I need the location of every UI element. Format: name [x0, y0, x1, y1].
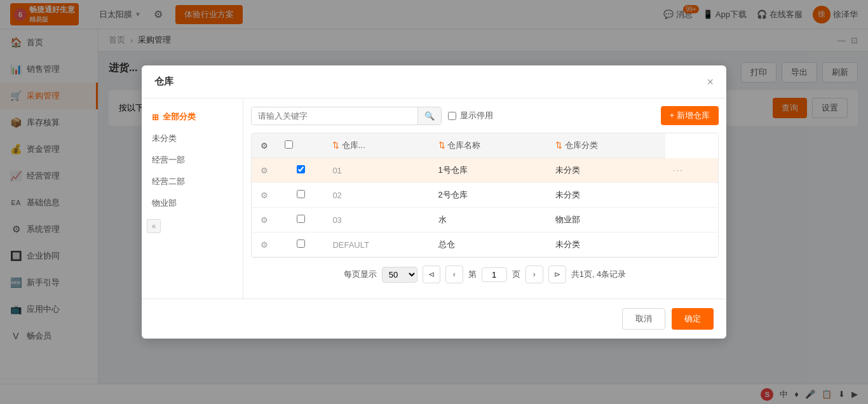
page-next-button[interactable]: › — [526, 266, 543, 283]
sort-icon2: ⇅ — [438, 140, 445, 150]
table-row[interactable]: ⚙ 01 1号仓库 未分类 ··· — [252, 158, 718, 183]
cancel-button[interactable]: 取消 — [622, 308, 665, 330]
row-gear-icon[interactable]: ⚙ — [261, 191, 268, 200]
add-warehouse-button[interactable]: + 新增仓库 — [661, 106, 719, 125]
row-settings-cell: ⚙ — [252, 183, 277, 208]
modal-main-content: 🔍 显示停用 + 新增仓库 ⚙ — [243, 98, 726, 299]
page-prev-button[interactable]: ‹ — [445, 266, 463, 283]
row-checkbox[interactable] — [297, 215, 305, 223]
row-category: 物业部 — [548, 208, 665, 232]
row-checkbox[interactable] — [297, 165, 305, 173]
row-checkbox-cell — [277, 183, 325, 208]
collapse-sidebar-button[interactable]: « — [147, 219, 161, 233]
warehouse-modal: 仓库 × ⊞ 全部分类 未分类 经营一部 经营二部 — [142, 65, 726, 339]
per-page-label: 每页显示 — [344, 269, 377, 280]
th-checkbox — [277, 133, 325, 158]
pagination: 每页显示 50 100 ⊲ ‹ 第 页 › ⊳ 共1页, 4条记录 — [251, 258, 719, 291]
page-first-button[interactable]: ⊲ — [423, 266, 440, 283]
category-all[interactable]: ⊞ 全部分类 — [142, 106, 243, 128]
th-name[interactable]: ⇅ 仓库名称 — [431, 133, 548, 158]
show-disabled-label: 显示停用 — [460, 110, 493, 121]
table-header-row: ⚙ ⇅ 仓库... ⇅ — [252, 133, 718, 158]
row-name: 总仓 — [431, 232, 548, 257]
row-category: 未分类 — [548, 158, 665, 183]
category-none[interactable]: 未分类 — [142, 128, 243, 149]
th-code[interactable]: ⇅ 仓库... — [325, 133, 430, 158]
row-more-cell[interactable]: ··· — [665, 158, 718, 183]
row-code: 01 — [325, 158, 430, 183]
more-button[interactable]: ··· — [673, 165, 684, 175]
row-code: 02 — [325, 183, 430, 208]
modal-toolbar: 🔍 显示停用 + 新增仓库 — [251, 106, 719, 125]
row-checkbox[interactable] — [297, 190, 305, 198]
table-row[interactable]: ⚙ 02 2号仓库 未分类 — [252, 183, 718, 208]
row-gear-icon[interactable]: ⚙ — [261, 240, 268, 250]
gear-icon: ⚙ — [261, 141, 268, 151]
page-input[interactable] — [482, 267, 507, 282]
select-all-checkbox[interactable] — [285, 140, 293, 149]
modal-footer: 取消 确定 — [142, 299, 726, 339]
modal-close-button[interactable]: × — [707, 76, 714, 88]
confirm-button[interactable]: 确定 — [672, 308, 714, 330]
row-checkbox[interactable] — [297, 239, 305, 248]
table-row[interactable]: ⚙ 03 水 物业部 — [252, 208, 718, 232]
category-property[interactable]: 物业部 — [142, 192, 243, 214]
show-disabled-checkbox[interactable] — [448, 112, 456, 120]
grid-icon: ⊞ — [152, 112, 159, 122]
warehouse-table: ⚙ ⇅ 仓库... ⇅ — [251, 133, 719, 258]
per-page-select[interactable]: 50 100 — [382, 267, 417, 283]
row-checkbox-cell — [277, 208, 325, 232]
search-button[interactable]: 🔍 — [417, 107, 441, 125]
page-label: 第 — [468, 269, 477, 280]
row-name: 水 — [431, 208, 548, 232]
row-checkbox-cell — [277, 158, 325, 183]
total-label: 共1页, 4条记录 — [571, 269, 627, 280]
page-unit-label: 页 — [512, 269, 520, 280]
row-gear-icon[interactable]: ⚙ — [261, 215, 268, 225]
search-box: 🔍 — [251, 107, 442, 125]
row-code: DEFAULT — [325, 232, 430, 257]
row-code: 03 — [325, 208, 430, 232]
row-settings-cell: ⚙ — [252, 158, 277, 183]
modal-title: 仓库 — [154, 76, 173, 88]
category-ops2[interactable]: 经营二部 — [142, 171, 243, 192]
page-last-button[interactable]: ⊳ — [548, 266, 566, 283]
row-checkbox-cell — [277, 232, 325, 257]
row-category: 未分类 — [548, 232, 665, 257]
row-settings-cell: ⚙ — [252, 232, 277, 257]
sort-icon: ⇅ — [332, 140, 339, 150]
modal-overlay: 仓库 × ⊞ 全部分类 未分类 经营一部 经营二部 — [0, 0, 868, 404]
row-settings-cell: ⚙ — [252, 208, 277, 232]
search-input[interactable] — [252, 107, 417, 125]
row-category: 未分类 — [548, 183, 665, 208]
th-settings: ⚙ — [252, 133, 277, 158]
row-name: 1号仓库 — [431, 158, 548, 183]
show-disabled-checkbox-group: 显示停用 — [448, 110, 493, 121]
row-gear-icon[interactable]: ⚙ — [261, 166, 268, 175]
th-category[interactable]: ⇅ 仓库分类 — [548, 133, 665, 158]
row-name: 2号仓库 — [431, 183, 548, 208]
modal-body: ⊞ 全部分类 未分类 经营一部 经营二部 物业部 « — [142, 98, 726, 299]
table-row[interactable]: ⚙ DEFAULT 总仓 未分类 — [252, 232, 718, 257]
modal-category-sidebar: ⊞ 全部分类 未分类 经营一部 经营二部 物业部 « — [142, 98, 243, 299]
modal-header: 仓库 × — [142, 65, 726, 98]
category-ops1[interactable]: 经营一部 — [142, 149, 243, 171]
sort-icon3: ⇅ — [555, 140, 562, 150]
